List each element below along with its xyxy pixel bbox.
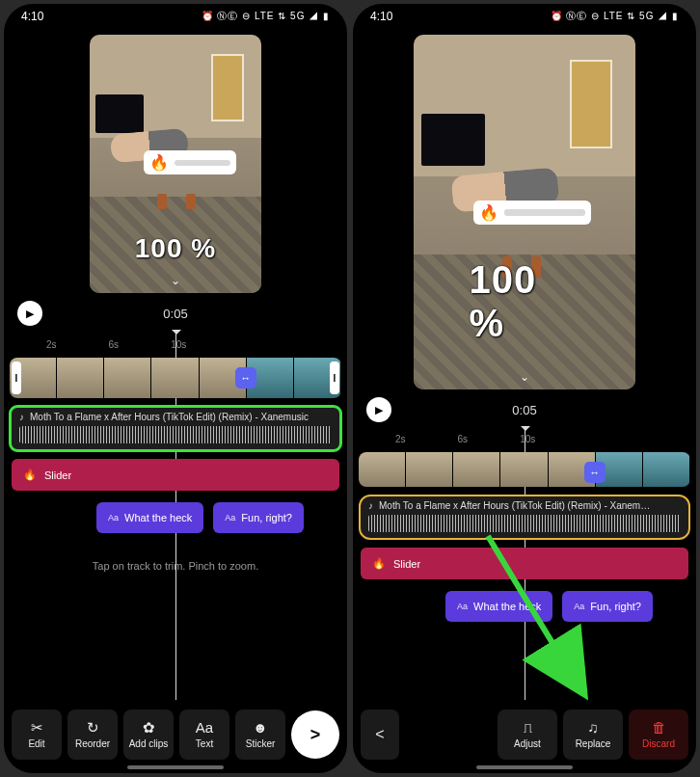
scissors-icon: ✂ <box>31 720 43 735</box>
sticker-button[interactable]: ☻ Sticker <box>235 710 285 760</box>
emoji-slider-sticker[interactable]: 🔥 <box>473 201 591 225</box>
edit-button[interactable]: ✂ Edit <box>12 710 62 760</box>
slider-bar <box>504 209 585 216</box>
sticker-icon: ☻ <box>253 720 268 735</box>
percent-text: 100 % <box>135 233 216 264</box>
transition-icon[interactable]: ↔ <box>584 462 606 483</box>
text-chip-label: Fun, right? <box>241 512 292 523</box>
door <box>211 54 244 121</box>
clock: 4:10 <box>370 10 392 23</box>
audio-track-selected[interactable]: ♪ Moth To a Flame x After Hours (TikTok … <box>12 408 339 449</box>
fire-icon: 🔥 <box>372 557 386 570</box>
video-track[interactable]: I ↔ I <box>10 358 341 398</box>
transition-icon[interactable]: ↔ <box>235 367 256 388</box>
text-track: Aa What the heck Aa Fun, right? <box>96 502 341 533</box>
clock: 4:10 <box>21 10 43 23</box>
text-chip-label: What the heck <box>473 601 541 612</box>
preview-area: 🔥 100 % ⌄ ▶ 0:05 <box>4 29 347 334</box>
text-chip-label: What the heck <box>124 512 192 523</box>
phone-screen-left: 4:10 ⏰ ⓃⒺ ⊖ LTE ⇅ 5G ◢ ▮ 🔥 100 % ⌄ ▶ 0:0… <box>4 4 347 773</box>
aa-icon: Aa <box>457 602 468 611</box>
video-preview[interactable]: 🔥 100 % ⌄ <box>90 35 261 293</box>
tv <box>95 94 144 133</box>
text-chip-2[interactable]: Aa Fun, right? <box>213 502 304 533</box>
bottom-toolbar: ✂ Edit ↻ Reorder ✿ Add clips Aa Text ☻ S… <box>4 700 347 773</box>
door <box>570 60 612 148</box>
fire-icon: 🔥 <box>479 203 498 222</box>
text-track: Aa What the heck Aa Fun, right? <box>445 591 690 622</box>
fire-icon: 🔥 <box>23 469 37 481</box>
status-bar: 4:10 ⏰ ⓃⒺ ⊖ LTE ⇅ 5G ◢ ▮ <box>4 4 347 29</box>
text-button[interactable]: Aa Text <box>179 710 229 760</box>
phone-screen-right: 4:10 ⏰ ⓃⒺ ⊖ LTE ⇅ 5G ◢ ▮ 🔥 100 % ⌄ ▶ 0:0… <box>353 4 696 773</box>
playback-row: ▶ 0:05 <box>353 389 696 430</box>
slider-label: Slider <box>393 558 420 570</box>
text-chip-2[interactable]: Aa Fun, right? <box>562 591 653 622</box>
next-button[interactable]: > <box>291 710 339 759</box>
preview-area: 🔥 100 % ⌄ ▶ 0:05 <box>353 29 696 430</box>
add-clips-icon: ✿ <box>143 720 155 735</box>
time-ruler: 2s6s10s <box>390 434 696 448</box>
aa-icon: Aa <box>225 513 235 522</box>
video-track[interactable]: ↔ <box>359 452 690 487</box>
trim-handle-left[interactable]: I <box>12 362 21 394</box>
audio-track-selected[interactable]: ♪ Moth To a Flame x After Hours (TikTok … <box>361 496 688 538</box>
emoji-slider-sticker[interactable]: 🔥 <box>144 150 236 174</box>
play-button[interactable]: ▶ <box>17 301 42 326</box>
chevron-down-icon[interactable]: ⌄ <box>171 274 180 287</box>
adjust-button[interactable]: ⎍ Adjust <box>498 710 557 760</box>
playback-time: 0:05 <box>163 307 187 321</box>
home-indicator[interactable] <box>476 765 573 769</box>
status-bar: 4:10 ⏰ ⓃⒺ ⊖ LTE ⇅ 5G ◢ ▮ <box>353 4 696 29</box>
text-chip-1[interactable]: Aa What the heck <box>96 502 203 533</box>
music-note-icon: ♪ <box>368 500 373 511</box>
chevron-down-icon[interactable]: ⌄ <box>520 370 529 384</box>
slider-track[interactable]: 🔥 Slider <box>12 459 339 491</box>
fire-icon: 🔥 <box>149 153 169 172</box>
waveform <box>368 515 681 532</box>
slider-bar <box>175 160 230 166</box>
replace-icon: ♫ <box>587 720 598 735</box>
trash-icon: 🗑 <box>652 720 666 735</box>
push-up-bars <box>157 194 196 209</box>
status-icons: ⏰ ⓃⒺ ⊖ LTE ⇅ 5G ◢ ▮ <box>551 10 679 23</box>
slider-label: Slider <box>44 469 71 481</box>
percent-text: 100 % <box>470 258 580 345</box>
home-indicator[interactable] <box>127 765 224 769</box>
audio-title: Moth To a Flame x After Hours (TikTok Ed… <box>379 500 650 511</box>
play-button[interactable]: ▶ <box>366 397 391 422</box>
status-icons: ⏰ ⓃⒺ ⊖ LTE ⇅ 5G ◢ ▮ <box>202 10 330 23</box>
music-note-icon: ♪ <box>19 412 24 422</box>
aa-icon: Aa <box>574 602 584 611</box>
text-chip-1[interactable]: Aa What the heck <box>445 591 552 622</box>
add-clips-button[interactable]: ✿ Add clips <box>123 710 174 760</box>
time-ruler: 2s6s10s <box>40 339 347 354</box>
playback-time: 0:05 <box>512 403 536 417</box>
adjust-icon: ⎍ <box>524 720 532 735</box>
reorder-button[interactable]: ↻ Reorder <box>67 710 118 760</box>
prev-button[interactable]: < <box>361 710 399 760</box>
bottom-toolbar: < ⎍ Adjust ♫ Replace 🗑 Discard <box>353 700 696 773</box>
slider-track[interactable]: 🔥 Slider <box>361 548 688 579</box>
timeline[interactable]: 2s6s10s ↔ ♪ Moth To a Flame x After Hour… <box>353 430 696 700</box>
trim-handle-right[interactable]: I <box>330 362 339 394</box>
audio-title: Moth To a Flame x After Hours (TikTok Ed… <box>30 412 309 422</box>
video-preview[interactable]: 🔥 100 % ⌄ <box>414 35 635 389</box>
hint-text: Tap on track to trim. Pinch to zoom. <box>10 560 341 572</box>
timeline[interactable]: 2s6s10s I ↔ I ♪ Moth To a Flame x After … <box>4 334 347 700</box>
text-chip-label: Fun, right? <box>590 601 641 612</box>
tv <box>421 114 485 166</box>
waveform <box>19 426 332 443</box>
playback-row: ▶ 0:05 <box>4 293 347 334</box>
text-icon: Aa <box>196 720 213 735</box>
discard-button[interactable]: 🗑 Discard <box>629 710 688 760</box>
reorder-icon: ↻ <box>87 720 99 735</box>
aa-icon: Aa <box>108 513 119 522</box>
replace-button[interactable]: ♫ Replace <box>563 710 623 760</box>
